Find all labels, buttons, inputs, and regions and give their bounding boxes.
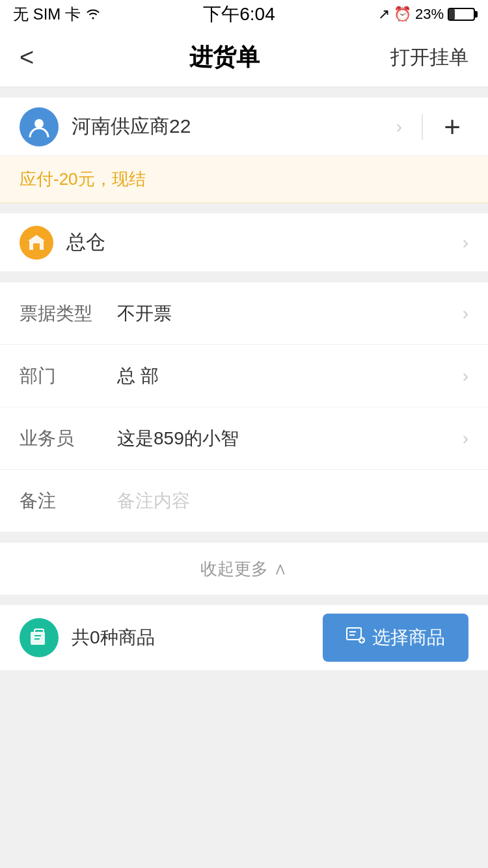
invoice-type-value: 不开票 [111,301,463,326]
supplier-chevron-icon: › [396,116,402,137]
svg-point-0 [34,119,44,128]
department-label: 部门 [20,364,111,388]
collapse-label: 收起更多 ∧ [200,558,287,580]
status-time: 下午6:04 [203,2,275,27]
location-icon: ↗ [378,6,390,23]
invoice-type-chevron-icon: › [463,303,468,324]
nav-bar: < 进货单 打开挂单 [0,29,488,87]
salesperson-chevron-icon: › [463,428,468,449]
salesperson-value: 这是859的小智 [111,426,463,451]
notice-text: 应付-20元，现结 [20,169,146,189]
remark-label: 备注 [20,489,111,513]
remark-row[interactable]: 备注 备注内容 [0,470,488,532]
sim-status: 无 SIM 卡 [13,4,81,25]
section-divider-1 [0,87,488,98]
status-right: ↗ ⏰ 23% [378,6,475,23]
salesperson-label: 业务员 [20,426,111,451]
warehouse-icon [20,226,53,260]
supplier-section: 河南供应商22 › + [0,98,488,156]
add-supplier-button[interactable]: + [436,111,468,143]
product-icon [20,618,59,657]
battery-icon [448,8,475,21]
product-count: 共0种商品 [72,625,323,650]
bottom-section: 共0种商品 选择商品 [0,605,488,670]
select-product-button[interactable]: 选择商品 [323,614,468,662]
remark-input[interactable]: 备注内容 [111,489,468,513]
form-section: 票据类型 不开票 › 部门 总 部 › 业务员 这是859的小智 › 备注 备注… [0,282,488,532]
department-value: 总 部 [111,364,463,388]
open-pending-button[interactable]: 打开挂单 [390,44,468,71]
status-bar: 无 SIM 卡 下午6:04 ↗ ⏰ 23% [0,0,488,29]
svg-rect-5 [347,628,361,640]
battery-percent: 23% [415,6,444,23]
notice-bar: 应付-20元，现结 [0,156,488,203]
supplier-avatar [20,107,59,146]
alarm-icon: ⏰ [394,6,411,23]
department-chevron-icon: › [463,366,468,387]
svg-rect-1 [33,243,40,250]
warehouse-name: 总仓 [66,229,463,256]
page-title: 进货单 [189,42,260,74]
wifi-icon [86,5,100,23]
invoice-type-row[interactable]: 票据类型 不开票 › [0,282,488,345]
salesperson-row[interactable]: 业务员 这是859的小智 › [0,407,488,470]
back-button[interactable]: < [20,44,59,72]
collapse-section[interactable]: 收起更多 ∧ [0,543,488,595]
status-left: 无 SIM 卡 [13,4,100,25]
warehouse-chevron-icon: › [463,232,468,253]
select-product-label: 选择商品 [372,625,445,650]
warehouse-section[interactable]: 总仓 › [0,213,488,272]
supplier-divider [422,114,423,140]
supplier-name[interactable]: 河南供应商22 [72,113,396,140]
invoice-type-label: 票据类型 [20,301,111,326]
department-row[interactable]: 部门 总 部 › [0,345,488,407]
page-background [0,670,488,852]
select-product-icon [346,627,366,649]
